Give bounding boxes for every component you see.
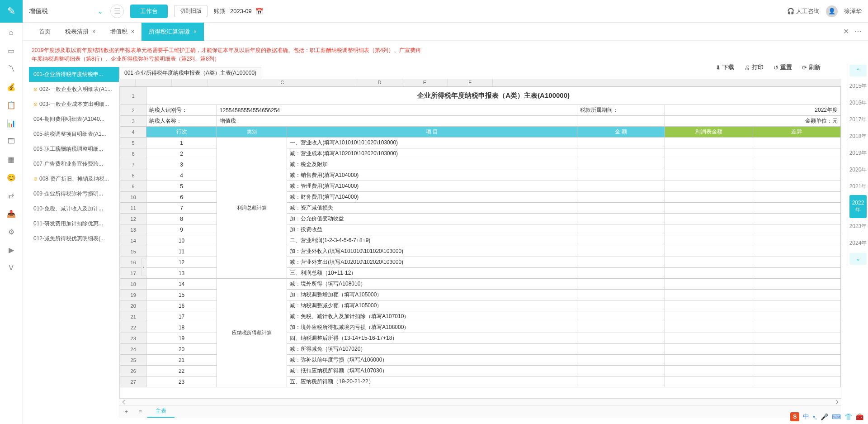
year-item[interactable]: 2020年: [848, 162, 868, 178]
tax-icon[interactable]: 😊: [7, 173, 16, 182]
form-icon[interactable]: 🗔: [7, 137, 16, 146]
diff-cell[interactable]: [753, 192, 840, 203]
diff-cell[interactable]: [753, 203, 840, 214]
transfer-icon[interactable]: ⇄: [7, 191, 16, 200]
gear-icon[interactable]: ⚙: [7, 227, 16, 236]
user-avatar[interactable]: 👤: [826, 5, 838, 17]
diff-cell[interactable]: [753, 138, 840, 148]
amount-cell[interactable]: [577, 344, 665, 355]
ime-skin-icon[interactable]: 👕: [844, 413, 852, 420]
tree-item[interactable]: 011-研发费用加计扣除优惠...: [29, 216, 119, 231]
diff-cell[interactable]: [753, 290, 840, 300]
tree-item[interactable]: 010-免税、减计收入及加计...: [29, 201, 119, 216]
report-icon[interactable]: 📊: [7, 119, 16, 128]
pl-cell[interactable]: [665, 192, 753, 203]
pl-cell[interactable]: [665, 344, 753, 355]
close-icon[interactable]: ×: [131, 29, 134, 35]
grid-icon[interactable]: ▦: [7, 155, 16, 164]
tree-item[interactable]: ⊘002-一般企业收入明细表(A1...: [29, 82, 119, 97]
pl-cell[interactable]: [665, 138, 753, 148]
amount-cell[interactable]: [577, 290, 665, 300]
horizontal-scrollbar[interactable]: [119, 399, 841, 405]
diff-cell[interactable]: [753, 279, 840, 290]
amount-cell[interactable]: [577, 214, 665, 224]
ime-mode[interactable]: 中: [803, 413, 809, 421]
pl-cell[interactable]: [665, 181, 753, 192]
diff-cell[interactable]: [753, 159, 840, 170]
sheet-name-tab[interactable]: 主表: [147, 405, 175, 418]
list-icon-button[interactable]: ☰: [110, 5, 124, 18]
amount-cell[interactable]: [577, 181, 665, 192]
pl-cell[interactable]: [665, 170, 753, 181]
money-icon[interactable]: 💰: [7, 82, 16, 91]
tab-home[interactable]: 首页: [32, 23, 58, 41]
close-icon[interactable]: ×: [193, 29, 197, 35]
tree-item[interactable]: 005-纳税调整项目明细表(A1...: [29, 127, 119, 142]
diff-cell[interactable]: [753, 214, 840, 224]
doc-icon[interactable]: ▭: [7, 46, 16, 55]
amount-cell[interactable]: [577, 268, 665, 279]
year-item[interactable]: 2019年: [848, 145, 868, 162]
year-item[interactable]: 2018年: [848, 128, 868, 145]
add-sheet-button[interactable]: +: [119, 409, 133, 415]
tree-item[interactable]: 012-减免所得税优惠明细表(...: [29, 231, 119, 246]
pl-cell[interactable]: [665, 148, 753, 159]
tree-item[interactable]: 007-广告费和业务宣传费跨...: [29, 157, 119, 172]
amount-cell[interactable]: [577, 355, 665, 366]
amount-cell[interactable]: [577, 300, 665, 311]
amount-cell[interactable]: [577, 376, 665, 387]
tree-item[interactable]: ⊘003-一般企业成本支出明细...: [29, 97, 119, 112]
pl-cell[interactable]: [665, 203, 753, 214]
amount-cell[interactable]: [577, 257, 665, 268]
year-item[interactable]: 2017年: [848, 111, 868, 128]
tax-period[interactable]: 2022年度: [665, 105, 841, 116]
amount-cell[interactable]: [577, 246, 665, 257]
year-item[interactable]: 2022年: [849, 195, 867, 218]
pl-cell[interactable]: [665, 333, 753, 344]
diff-cell[interactable]: [753, 257, 840, 268]
more-icon[interactable]: ⋯: [854, 27, 862, 36]
diff-cell[interactable]: [753, 311, 840, 322]
home-icon[interactable]: ⌂: [7, 28, 16, 37]
diff-cell[interactable]: [753, 148, 840, 159]
diff-cell[interactable]: [753, 268, 840, 279]
ime-keyboard-icon[interactable]: ⌨: [832, 413, 841, 420]
ime-mic-icon[interactable]: 🎤: [821, 413, 828, 420]
pl-cell[interactable]: [665, 290, 753, 300]
year-up-icon[interactable]: ⌃: [849, 65, 867, 76]
period-value[interactable]: 2023-09: [230, 8, 252, 14]
clipboard-icon[interactable]: 📋: [7, 100, 16, 110]
tree-item[interactable]: 009-企业所得税弥补亏损明...: [29, 186, 119, 201]
ime-punct-icon[interactable]: •,: [813, 413, 817, 420]
pl-cell[interactable]: [665, 355, 753, 366]
year-item[interactable]: 2015年: [848, 78, 868, 95]
amount-cell[interactable]: [577, 192, 665, 203]
year-down-icon[interactable]: ⌄: [849, 253, 867, 265]
diff-cell[interactable]: [753, 300, 840, 311]
chart-icon[interactable]: 〽: [7, 64, 16, 73]
pl-cell[interactable]: [665, 159, 753, 170]
amount-cell[interactable]: [577, 138, 665, 148]
year-item[interactable]: 2023年: [848, 218, 868, 235]
amount-cell[interactable]: [577, 159, 665, 170]
diff-cell[interactable]: [753, 333, 840, 344]
collapse-handle[interactable]: ‹: [141, 258, 146, 276]
pl-cell[interactable]: [665, 224, 753, 235]
tab-tax-list[interactable]: 税表清册×: [58, 23, 103, 41]
tab-income-tax[interactable]: 所得税汇算清缴×: [142, 23, 204, 41]
pl-cell[interactable]: [665, 322, 753, 333]
pl-cell[interactable]: [665, 214, 753, 224]
ime-toolbox-icon[interactable]: 🧰: [856, 413, 863, 420]
diff-cell[interactable]: [753, 235, 840, 246]
year-item[interactable]: 2021年: [848, 178, 868, 195]
tab-vat[interactable]: 增值税×: [103, 23, 142, 41]
company-selector[interactable]: 增值税 ⌄: [29, 7, 103, 15]
pl-cell[interactable]: [665, 366, 753, 376]
taxpayer-name[interactable]: 增值税: [217, 116, 577, 127]
tree-item[interactable]: 001-企业所得税年度纳税申...: [29, 67, 119, 82]
amount-cell[interactable]: [577, 311, 665, 322]
spreadsheet-grid[interactable]: 1企业所得税年度纳税申报表（A类）主表(A100000) 2纳税人识别号：125…: [119, 86, 841, 399]
close-icon[interactable]: ×: [92, 29, 95, 35]
v-icon[interactable]: V: [7, 263, 16, 272]
pl-cell[interactable]: [665, 311, 753, 322]
